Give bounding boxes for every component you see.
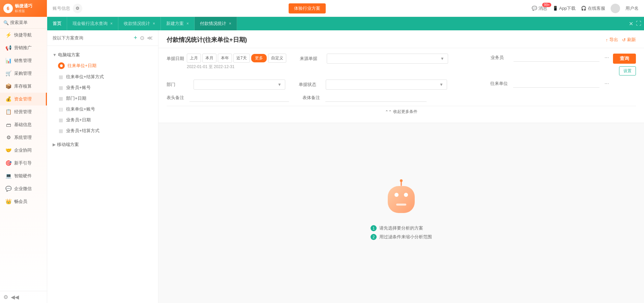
staff-ellipsis[interactable]: ··· bbox=[602, 55, 609, 61]
staff-label: 业务员 bbox=[491, 55, 511, 61]
scheme-item-staff-date[interactable]: ▦ 业务员+日期 bbox=[47, 115, 158, 125]
search-menu[interactable]: 🔍 搜索菜单 bbox=[0, 17, 47, 29]
header-note-input[interactable] bbox=[189, 94, 289, 102]
scheme-bar-icon: ▤ bbox=[58, 107, 63, 112]
footer-collapse-icon[interactable]: ◀◀ bbox=[11, 294, 19, 300]
staff-input[interactable] bbox=[514, 54, 599, 62]
filter-source-col: 来源单据 ▼ bbox=[300, 54, 477, 64]
tab-payment-stats-close[interactable]: × bbox=[153, 21, 155, 26]
scheme-add-btn[interactable]: + bbox=[134, 34, 137, 41]
tab-payment-detail-close[interactable]: × bbox=[229, 21, 231, 26]
sidebar-item-sales[interactable]: 📊 销售管理 bbox=[0, 54, 47, 67]
date-btn-custom[interactable]: 自定义 bbox=[268, 54, 286, 63]
sales-icon: 📊 bbox=[5, 58, 11, 64]
scheme-item-unit-settlement[interactable]: ▦ 往来单位+结算方式 bbox=[47, 71, 158, 82]
collapse-more-btn[interactable]: ⌃⌃ 收起更多条件 bbox=[167, 106, 636, 117]
sidebar-item-guide[interactable]: 🎯 新手引导 bbox=[0, 157, 47, 170]
scheme-item-staff-date-label: 业务员+日期 bbox=[66, 117, 91, 123]
active-scheme-dot bbox=[58, 62, 65, 69]
sidebar-item-label: 智能硬件 bbox=[14, 173, 32, 179]
footer-settings-icon[interactable]: ⚙ bbox=[3, 294, 8, 300]
date-buttons: 上月 本月 本年 近7天 更多 自定义 bbox=[187, 54, 286, 63]
tab-home[interactable]: 首页 bbox=[47, 17, 67, 30]
scheme-item-staff-account[interactable]: ▦ 业务员+账号 bbox=[47, 82, 158, 93]
date-btn-this-year[interactable]: 本年 bbox=[218, 54, 232, 63]
refresh-btn[interactable]: ↺ 刷新 bbox=[622, 37, 636, 43]
date-btn-this-month[interactable]: 本月 bbox=[202, 54, 216, 63]
export-btn[interactable]: ↑ 导出 bbox=[606, 37, 618, 43]
date-range-text: 2022-01-01 至 2022-12-31 bbox=[187, 64, 286, 70]
sidebar-item-inventory[interactable]: 📦 库存核算 bbox=[0, 80, 47, 93]
filter-row-3: 表头备注 表体备注 bbox=[167, 94, 636, 102]
sidebar-item-purchase[interactable]: 🛒 采购管理 bbox=[0, 67, 47, 80]
scheme-group-mobile-title[interactable]: ▶ 移动端方案 bbox=[47, 140, 158, 150]
date-btn-more[interactable]: 更多 bbox=[251, 54, 267, 62]
bill-status-select[interactable]: ▼ bbox=[326, 80, 447, 90]
date-btn-last-month[interactable]: 上月 bbox=[187, 54, 201, 63]
empty-illustration bbox=[381, 186, 421, 220]
enterprise-icon: 🤝 bbox=[5, 147, 11, 153]
dept-select[interactable]: ▼ bbox=[194, 80, 285, 90]
logo-text: 畅捷通巧 标准版 bbox=[15, 3, 32, 13]
filter-dates: 上月 本月 本年 近7天 更多 自定义 2022-01-01 至 2022-12… bbox=[187, 54, 286, 70]
source-select-box[interactable]: ▼ bbox=[327, 54, 448, 64]
scheme-collapse-btn[interactable]: ≪ bbox=[147, 35, 153, 41]
source-label: 来源单据 bbox=[300, 56, 320, 62]
scheme-item-staff-settlement[interactable]: ▦ 业务员+结算方式 bbox=[47, 125, 158, 136]
filter-area: 单据日期 上月 本月 本年 近7天 更多 自定义 2022-01-01 至 20… bbox=[158, 48, 644, 123]
tab-payment-stats[interactable]: 收款情况统计 × bbox=[118, 17, 161, 30]
date-btn-7days[interactable]: 近7天 bbox=[233, 54, 250, 63]
sidebar-item-finance[interactable]: 💰 资金管理 bbox=[0, 93, 47, 105]
tab-new-plan[interactable]: 新建方案 × bbox=[161, 17, 195, 30]
sidebar-item-operations[interactable]: 📋 经营管理 bbox=[0, 105, 47, 118]
bill-status-select-box[interactable]: ▼ bbox=[326, 80, 447, 90]
operations-icon: 📋 bbox=[5, 109, 11, 115]
sidebar-item-hardware[interactable]: 💻 智能硬件 bbox=[0, 170, 47, 182]
message-icon: 💬 bbox=[532, 6, 537, 11]
tab-bank-flow-close[interactable]: × bbox=[110, 21, 113, 26]
dept-select-box[interactable]: ▼ bbox=[194, 80, 285, 90]
trial-btn[interactable]: 体验行业方案 bbox=[289, 3, 326, 13]
system-icon: ⚙ bbox=[5, 134, 11, 141]
tab-new-plan-close[interactable]: × bbox=[186, 21, 189, 26]
tab-payment-stats-label: 收款情况统计 bbox=[124, 21, 150, 27]
sidebar-item-wechat[interactable]: 💬 企业微信 bbox=[0, 182, 47, 195]
step-1-text: 请先选择要分析的方案 bbox=[379, 225, 423, 231]
sidebar-item-enterprise[interactable]: 🤝 企业协同 bbox=[0, 144, 47, 157]
tab-expand-icon[interactable]: ⛶ bbox=[636, 21, 641, 27]
query-btn[interactable]: 查询 bbox=[613, 54, 636, 64]
messages-btn[interactable]: 💬 消息 99+ bbox=[532, 5, 547, 11]
sidebar-item-label: 企业微信 bbox=[14, 186, 32, 192]
scheme-item-unit-date[interactable]: 往来单位+日期 bbox=[47, 60, 158, 71]
topbar-settings-btn[interactable]: ⚙ bbox=[73, 4, 82, 13]
body-note-input[interactable] bbox=[325, 94, 427, 102]
scheme-group-pc-title[interactable]: ▼ 电脑端方案 bbox=[47, 50, 158, 60]
counterparty-ellipsis[interactable]: ··· bbox=[602, 81, 609, 87]
tab-bank-flow-label: 现金银行流水查询 bbox=[72, 21, 108, 27]
sidebar-item-marketing[interactable]: 📢 营销推广 bbox=[0, 41, 47, 54]
topbar: 账号信息 ⚙ 体验行业方案 💬 消息 99+ 📱 App下载 🎧 在线客服 bbox=[47, 0, 644, 17]
online-service-label: 在线客服 bbox=[588, 6, 605, 11]
inventory-icon: 📦 bbox=[5, 83, 11, 89]
sidebar-item-label: 库存核算 bbox=[14, 83, 32, 89]
scheme-item-unit-account[interactable]: ▤ 往来单位+账号 bbox=[47, 104, 158, 115]
sidebar-footer: ⚙ ◀◀ bbox=[0, 291, 47, 303]
scheme-settings-btn[interactable]: ⊙ bbox=[140, 35, 144, 41]
dept-arrow-icon: ▼ bbox=[277, 82, 282, 87]
tab-close-all-icon[interactable]: ✕ bbox=[629, 21, 633, 27]
tab-payment-detail[interactable]: 付款情况统计 × bbox=[195, 17, 237, 30]
tab-bank-flow[interactable]: 现金银行流水查询 × bbox=[67, 17, 118, 30]
sidebar-item-basic-info[interactable]: 🗃 基础信息 bbox=[0, 118, 47, 131]
step-2-text: 用过滤条件来缩小分析范围 bbox=[379, 234, 432, 240]
date-label: 单据日期 bbox=[167, 54, 187, 62]
scheme-section-mobile: ▶ 移动端方案 bbox=[47, 138, 158, 152]
online-service-btn[interactable]: 🎧 在线客服 bbox=[581, 5, 605, 11]
app-download-btn[interactable]: 📱 App下载 bbox=[553, 5, 576, 11]
sidebar-item-system[interactable]: ⚙ 系统管理 bbox=[0, 131, 47, 144]
counterparty-input[interactable] bbox=[513, 80, 599, 88]
scheme-item-dept-date[interactable]: ▦ 部门+日期 bbox=[47, 93, 158, 104]
sidebar-item-quick-nav[interactable]: ⚡ 快捷导航 bbox=[0, 29, 47, 41]
source-select[interactable]: ▼ bbox=[327, 54, 448, 64]
sidebar-item-membership[interactable]: 👑 畅会员 bbox=[0, 195, 47, 208]
settings-btn[interactable]: 设置 bbox=[619, 66, 636, 75]
